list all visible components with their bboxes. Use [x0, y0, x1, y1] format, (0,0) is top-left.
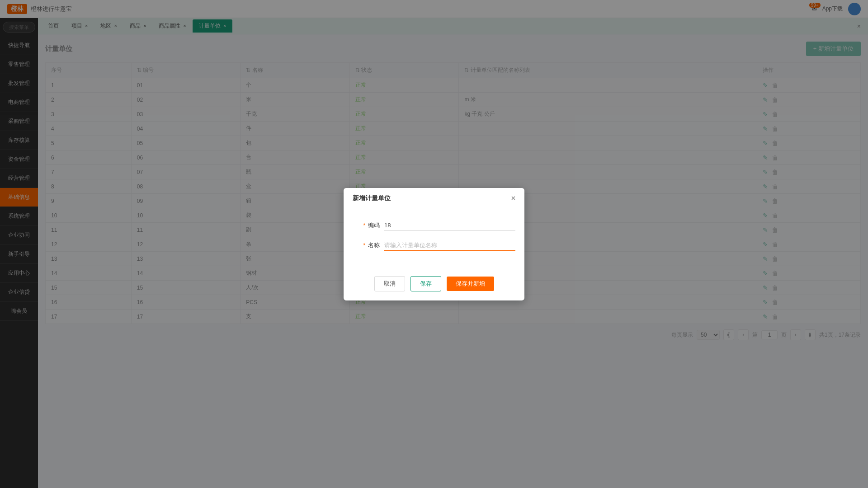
modal-body: * 编码 * 名称	[344, 209, 524, 271]
save-button[interactable]: 保存	[410, 276, 441, 291]
save-and-new-button[interactable]: 保存并新增	[447, 277, 494, 291]
modal-header: 新增计量单位 ×	[344, 188, 524, 209]
form-row-code: * 编码	[353, 220, 515, 231]
code-input[interactable]	[384, 220, 515, 231]
modal-title: 新增计量单位	[353, 194, 391, 202]
name-label: * 名称	[353, 241, 380, 249]
code-required-mark: *	[363, 222, 365, 229]
cancel-button[interactable]: 取消	[374, 276, 405, 291]
modal-footer: 取消 保存 保存并新增	[344, 271, 524, 300]
modal-close-button[interactable]: ×	[511, 195, 515, 202]
name-input[interactable]	[384, 240, 515, 251]
add-measure-unit-modal: 新增计量单位 × * 编码 * 名称 取消 保存 保存并新增	[344, 188, 524, 300]
name-required-mark: *	[363, 242, 365, 249]
modal-overlay: 新增计量单位 × * 编码 * 名称 取消 保存 保存并新增	[0, 0, 868, 488]
form-row-name: * 名称	[353, 240, 515, 251]
code-label: * 编码	[353, 221, 380, 230]
